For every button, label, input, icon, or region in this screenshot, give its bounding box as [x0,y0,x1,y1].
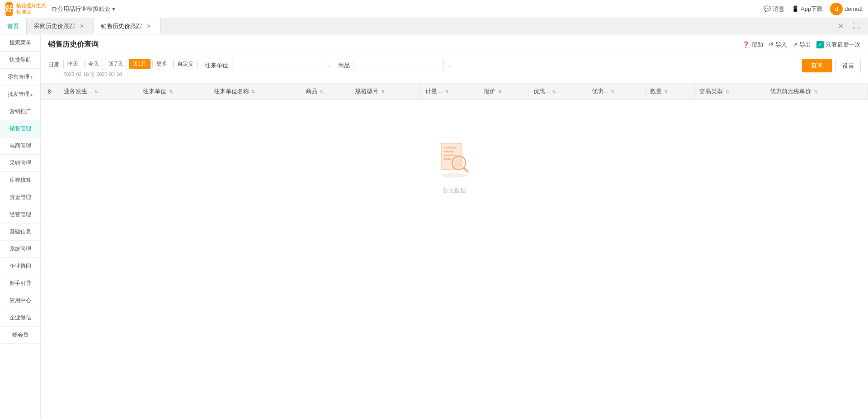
sidebar-label: 搜索菜单 [9,39,31,47]
sidebar-item-vip-member[interactable]: 畅会员 [0,327,40,344]
fullscreen-btn[interactable]: ⛶ [850,21,863,31]
sidebar-item-enterprise-wechat[interactable]: 企业微信 [0,309,40,327]
date-btn-today[interactable]: 今天 [84,59,103,69]
query-button[interactable]: 查询 [802,59,832,72]
sidebar-item-sales-mgmt[interactable]: 销售管理 [0,120,40,138]
th-quantity[interactable]: 数量 ⇅ [645,84,694,100]
page-container: 销售历史价查询 ❓ 帮助 ↺ 导入 ↗ 导出 ✓ [41,34,868,418]
table-header-row: ⚙ 业务发生... ⇅ 往来单位 ⇅ 往来单位名称 [41,84,868,100]
sort-icon: ⇅ [611,89,614,94]
sidebar-label: 新手引导 [9,280,31,287]
avatar: d [830,3,843,15]
th-discount2[interactable]: 优惠... ⇅ [587,84,645,100]
sidebar-item-purchase-mgmt[interactable]: 采购管理 [0,155,40,172]
user-area[interactable]: d demo2 [830,3,863,15]
export-btn[interactable]: ↗ 导出 [793,41,811,49]
sort-icon: ⇅ [445,89,448,94]
tab-close-purchase[interactable]: ✕ [78,22,86,30]
empty-icon [432,136,477,181]
sort-icon: ⇅ [381,89,385,94]
th-product[interactable]: 商品 ⇅ [301,84,350,100]
th-partner-name[interactable]: 往来单位名称 ⇅ [209,84,301,100]
message-btn[interactable]: 💬 消息 [764,5,784,13]
th-discount1[interactable]: 优惠... ⇅ [528,84,587,100]
table-container[interactable]: ⚙ 业务发生... ⇅ 往来单位 ⇅ 往来单位名称 [41,84,868,418]
partner-ellipsis-btn[interactable]: ... [326,61,331,68]
help-icon: ❓ [742,41,750,48]
close-window-btn[interactable]: ✕ [835,21,846,31]
checkbox-icon: ✓ [816,41,824,48]
sidebar-item-basic-info[interactable]: 基础信息 [0,223,40,241]
sidebar-item-quick-nav[interactable]: 快捷导航 [0,52,40,69]
svg-rect-5 [443,158,451,160]
logo-area: 好 畅捷通好生意 标准版 [5,2,46,16]
help-btn[interactable]: ❓ 帮助 [742,41,763,49]
product-ellipsis-btn[interactable]: ... [448,61,453,68]
th-trade-type[interactable]: 交易类型 ⇅ [695,84,765,100]
svg-point-7 [454,158,464,168]
sidebar-label: 快捷导航 [9,56,31,64]
data-table: ⚙ 业务发生... ⇅ 往来单位 ⇅ 往来单位名称 [41,84,868,100]
sort-icon: ⇅ [814,89,817,94]
sidebar-item-marketing[interactable]: 营销推广 [0,103,40,120]
sort-icon: ⇅ [251,89,255,94]
sidebar-label: 经营管理 [9,211,31,218]
gear-icon: ⚙ [47,88,52,95]
th-unit[interactable]: 计量... ⇅ [421,84,479,100]
th-partner-id[interactable]: 往来单位 ⇅ [138,84,209,100]
date-btn-1month[interactable]: 近1月 [129,59,151,69]
app-download-btn[interactable]: 📱 App下载 [792,5,823,13]
partner-input[interactable] [232,59,322,70]
sidebar-item-ops-mgmt[interactable]: 经营管理 [0,206,40,223]
import-btn[interactable]: ↺ 导入 [769,41,787,49]
svg-point-0 [441,173,467,178]
chevron-down-icon: ▾ [30,75,33,80]
product-input[interactable] [354,59,444,70]
sidebar-item-wholesale-mgmt[interactable]: 批发管理 ▴ [0,86,40,103]
sidebar-item-ecom-mgmt[interactable]: 电商管理 [0,138,40,155]
sidebar-label: 应用中心 [9,297,31,304]
sidebar: 搜索菜单 快捷导航 零售管理 ▾ 批发管理 ▴ 营销推广 销售管理 电商管理 采 [0,34,41,418]
sidebar-item-inventory[interactable]: 库存核算 [0,172,40,189]
settings-button[interactable]: 设置 [835,59,861,73]
sidebar-label: 库存核算 [9,176,31,184]
sidebar-item-app-center[interactable]: 应用中心 [0,292,40,309]
page-title: 销售历史价查询 [48,40,99,49]
tab-purchase-history[interactable]: 采购历史价跟踪 ✕ [27,18,94,34]
company-dropdown[interactable]: 办公用品行业模拟账套 ▾ [52,5,115,13]
date-btn-more[interactable]: 更多 [152,59,171,69]
sidebar-label: 系统管理 [9,245,31,253]
date-btn-yesterday[interactable]: 昨天 [63,59,82,69]
date-btn-custom[interactable]: 自定义 [173,59,198,69]
phone-icon: 📱 [792,5,799,12]
product-label: 商品 [338,60,350,70]
sidebar-item-finance-mgmt[interactable]: 资金管理 [0,189,40,206]
empty-text: 暂无数据 [443,186,466,195]
tab-home[interactable]: 首页 [0,18,27,34]
sort-icon: ⇅ [552,89,556,94]
sidebar-item-search-menu[interactable]: 搜索菜单 [0,34,40,52]
tab-close-sales[interactable]: ✕ [145,22,153,30]
only-last-checkbox[interactable]: ✓ 只看最后一次 [816,41,861,49]
import-icon: ↺ [769,41,774,48]
sidebar-item-enterprise-agreement[interactable]: 企业协同 [0,258,40,275]
date-range-display: 2023-02-18 至 2023-03-18 [63,71,198,78]
th-pre-tax-price[interactable]: 优惠前无税单价 ⇅ [765,84,868,100]
filter-bar: 日期 昨天 今天 近7天 近1月 更多 自定义 2023-02-18 至 202… [41,53,868,84]
th-spec[interactable]: 规格型号 ⇅ [350,84,421,100]
sidebar-label: 基础信息 [9,228,31,236]
sidebar-item-retail-mgmt[interactable]: 零售管理 ▾ [0,69,40,86]
sidebar-item-system-mgmt[interactable]: 系统管理 [0,241,40,258]
sidebar-item-new-guide[interactable]: 新手引导 [0,275,40,292]
date-filter-group: 日期 昨天 今天 近7天 近1月 更多 自定义 2023-02-18 至 202… [48,59,198,78]
date-btn-7days[interactable]: 近7天 [105,59,127,69]
chevron-down-icon: ▾ [112,5,115,12]
tab-sales-history[interactable]: 销售历史价跟踪 ✕ [94,18,160,34]
content-area: 销售历史价查询 ❓ 帮助 ↺ 导入 ↗ 导出 ✓ [41,34,868,418]
sidebar-label: 批发管理 [8,90,29,98]
th-business-date[interactable]: 业务发生... ⇅ [59,84,138,100]
sidebar-label: 营销推广 [9,108,31,115]
th-settings[interactable]: ⚙ [41,84,59,100]
th-quote[interactable]: 报价 ⇅ [479,84,528,100]
sort-icon: ⇅ [498,89,502,94]
